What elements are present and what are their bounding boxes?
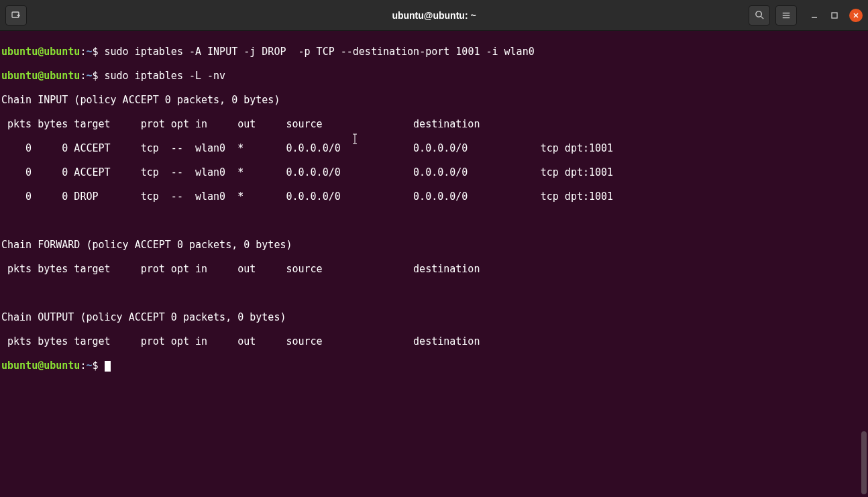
svg-point-3 — [755, 11, 761, 17]
window-controls — [809, 9, 863, 22]
command-text — [99, 360, 105, 372]
command-text: sudo iptables -A INPUT -j DROP -p TCP --… — [99, 46, 535, 58]
terminal-output — [1, 215, 867, 227]
window-title: ubuntu@ubuntu: ~ — [392, 10, 476, 21]
minimize-button[interactable] — [809, 10, 820, 21]
prompt-user: ubuntu@ubuntu — [1, 70, 80, 82]
prompt-user: ubuntu@ubuntu — [1, 46, 80, 58]
svg-rect-9 — [832, 13, 837, 18]
maximize-icon — [830, 11, 838, 19]
svg-line-4 — [761, 16, 763, 19]
titlebar-left — [5, 5, 27, 25]
prompt-dollar: $ — [92, 46, 98, 58]
terminal-output: 0 0 ACCEPT tcp -- wlan0 * 0.0.0.0/0 0.0.… — [1, 166, 867, 178]
terminal-output — [1, 287, 867, 299]
scrollbar-thumb[interactable] — [861, 431, 867, 494]
close-button[interactable] — [849, 9, 863, 22]
command-text: sudo iptables -L -nv — [99, 70, 226, 82]
minimize-icon — [810, 11, 818, 19]
terminal-line: ubuntu@ubuntu:~$ — [1, 360, 867, 372]
terminal-output: Chain FORWARD (policy ACCEPT 0 packets, … — [1, 239, 867, 251]
titlebar-right — [749, 5, 863, 25]
titlebar: ubuntu@ubuntu: ~ — [0, 0, 868, 31]
new-tab-icon — [11, 10, 21, 21]
terminal-output: 0 0 ACCEPT tcp -- wlan0 * 0.0.0.0/0 0.0.… — [1, 142, 867, 154]
prompt-user: ubuntu@ubuntu — [1, 360, 80, 372]
terminal-output: pkts bytes target prot opt in out source… — [1, 118, 867, 130]
terminal-output: Chain INPUT (policy ACCEPT 0 packets, 0 … — [1, 94, 867, 106]
search-button[interactable] — [749, 5, 770, 25]
menu-button[interactable] — [775, 5, 797, 25]
terminal-output: pkts bytes target prot opt in out source… — [1, 335, 867, 347]
terminal-area[interactable]: ubuntu@ubuntu:~$ sudo iptables -A INPUT … — [0, 31, 868, 386]
cursor-block — [105, 361, 111, 372]
new-tab-button[interactable] — [5, 5, 27, 25]
prompt-dollar: $ — [92, 360, 98, 372]
svg-rect-0 — [12, 12, 19, 17]
terminal-line: ubuntu@ubuntu:~$ sudo iptables -L -nv — [1, 70, 867, 82]
prompt-dollar: $ — [92, 70, 98, 82]
close-icon — [853, 12, 859, 19]
hamburger-icon — [781, 11, 791, 20]
terminal-line: ubuntu@ubuntu:~$ sudo iptables -A INPUT … — [1, 46, 867, 58]
terminal-output: 0 0 DROP tcp -- wlan0 * 0.0.0.0/0 0.0.0.… — [1, 190, 867, 203]
terminal-output: pkts bytes target prot opt in out source… — [1, 263, 867, 275]
maximize-button[interactable] — [829, 10, 840, 21]
terminal-output: Chain OUTPUT (policy ACCEPT 0 packets, 0… — [1, 311, 867, 323]
search-icon — [755, 10, 765, 20]
